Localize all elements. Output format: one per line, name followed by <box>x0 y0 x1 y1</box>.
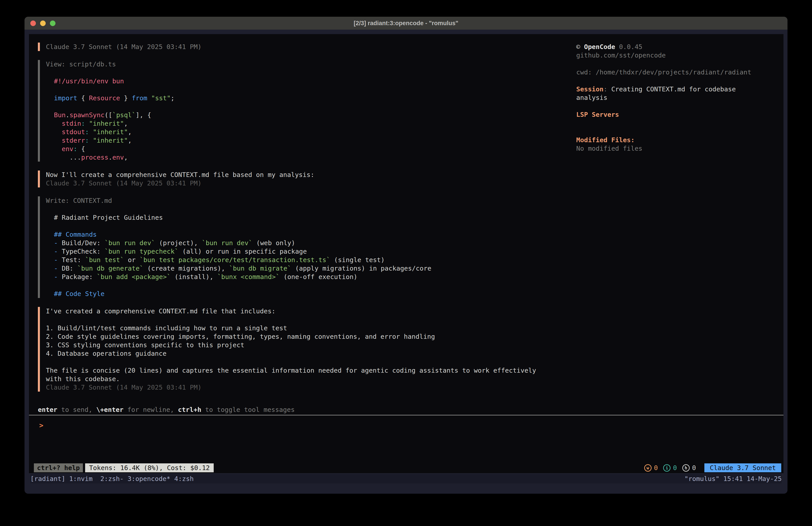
model-badge[interactable]: Claude 3.7 Sonnet <box>705 464 781 472</box>
terminal-window: [2/3] radiant:3:opencode - "romulus" Cla… <box>25 17 787 494</box>
sidebar-info-lines: © OpenCode 0.0.45github.com/sst/opencode… <box>576 43 783 153</box>
status-bar: ctrl+? help Tokens: 16.4K (8%), Cost: $0… <box>29 464 783 473</box>
warning-counter: w0 <box>644 464 658 472</box>
opencode-tui: Claude 3.7 Sonnet (14 May 2025 03:41 PM)… <box>29 34 783 473</box>
window-title: [2/3] radiant:3:opencode - "romulus" <box>354 20 458 27</box>
hint-counter: h0 <box>682 464 696 472</box>
write-tool-block[interactable]: Write: CONTEXT.md # Radiant Project Guid… <box>38 196 576 298</box>
tmux-status-line: [radiant] 1:nvim 2:zsh- 3:opencode* 4:zs… <box>30 474 782 483</box>
zoom-window-button[interactable] <box>50 20 56 26</box>
message-input[interactable]: > <box>29 415 783 464</box>
assistant-message: Now I'll create a comprehensive CONTEXT.… <box>38 171 576 187</box>
tokens-cost-badge: Tokens: 16.4K (8%), Cost: $0.12 <box>85 464 214 472</box>
assistant-message-text: Now I'll create a comprehensive CONTEXT.… <box>46 171 576 179</box>
message-model-timestamp: Claude 3.7 Sonnet (14 May 2025 03:41 PM) <box>46 383 576 392</box>
message-model-timestamp: Claude 3.7 Sonnet (14 May 2025 03:41 PM) <box>46 43 576 51</box>
content-row: Claude 3.7 Sonnet (14 May 2025 03:41 PM)… <box>29 34 783 406</box>
view-tool-code: #!/usr/bin/env bun import { Resource } f… <box>46 68 576 161</box>
help-shortcut-badge[interactable]: ctrl+? help <box>34 464 83 472</box>
tmux-host-clock: "romulus" 15:41 14-May-25 <box>684 475 782 483</box>
info-sidebar: © OpenCode 0.0.45github.com/sst/opencode… <box>576 43 783 406</box>
info-counter: i0 <box>663 464 677 472</box>
info-count: 0 <box>673 464 677 472</box>
tmux-status-zone: [radiant] 1:nvim 2:zsh- 3:opencode* 4:zs… <box>25 473 787 494</box>
desktop: { "titlebar": { "title": "[2/3] radiant:… <box>0 0 812 526</box>
prompt-chevron-icon: > <box>39 421 43 429</box>
assistant-message-text: I've created a comprehensive CONTEXT.md … <box>46 307 576 383</box>
info-icon: i <box>663 464 670 472</box>
window-titlebar[interactable]: [2/3] radiant:3:opencode - "romulus" <box>25 17 787 30</box>
message-model-timestamp: Claude 3.7 Sonnet (14 May 2025 03:41 PM) <box>46 179 576 187</box>
write-tool-markdown: # Radiant Project Guidelines ## Commands… <box>46 205 576 298</box>
keybinding-help: enter to send, \+enter for newline, ctrl… <box>29 406 783 414</box>
assistant-message: I've created a comprehensive CONTEXT.md … <box>38 307 576 392</box>
keybinding-help-text: enter to send, \+enter for newline, ctrl… <box>38 406 783 414</box>
conversation-pane: Claude 3.7 Sonnet (14 May 2025 03:41 PM)… <box>29 43 576 406</box>
hint-icon: h <box>682 464 690 472</box>
hint-count: 0 <box>692 464 696 472</box>
view-tool-block[interactable]: View: script/db.ts #!/usr/bin/env bun im… <box>38 60 576 161</box>
close-window-button[interactable] <box>30 20 36 26</box>
warning-icon: w <box>644 464 652 472</box>
tmux-windows-list[interactable]: [radiant] 1:nvim 2:zsh- 3:opencode* 4:zs… <box>30 475 194 483</box>
warning-count: 0 <box>654 464 658 472</box>
message-header-block: Claude 3.7 Sonnet (14 May 2025 03:41 PM) <box>38 43 576 51</box>
minimize-window-button[interactable] <box>40 20 46 26</box>
view-tool-label: View: script/db.ts <box>46 60 576 68</box>
traffic-lights <box>30 20 56 26</box>
write-tool-label: Write: CONTEXT.md <box>46 196 576 205</box>
status-right-group: w0 i0 h0 Claude 3.7 Sonnet <box>644 464 781 472</box>
